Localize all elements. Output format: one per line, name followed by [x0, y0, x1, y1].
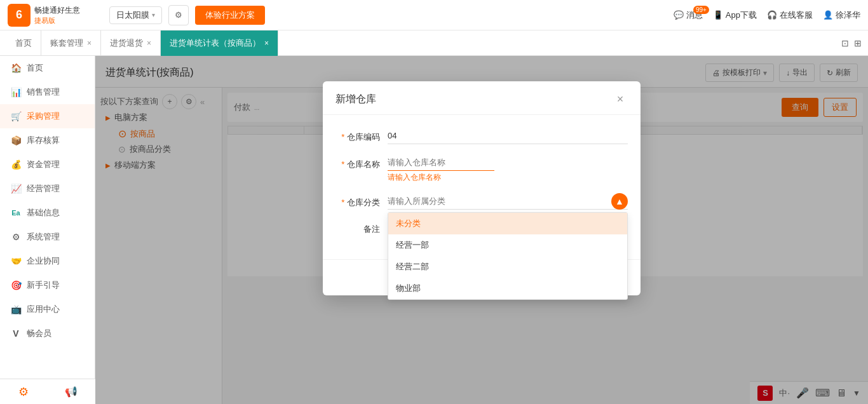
close-icon[interactable]: × [87, 39, 92, 48]
message-icon: 💬 [674, 10, 684, 20]
tab-account[interactable]: 账套管理 × [41, 30, 101, 56]
tab-bar-right: ⊡ ⊞ [841, 38, 862, 48]
headset-icon: 🎧 [767, 10, 777, 20]
sidebar: 🏠 首页 📊 销售管理 🛒 采购管理 📦 库存核算 💰 资金管理 📈 经营管理 … [0, 56, 95, 404]
header-right: 💬 消息 99+ 📱 App下载 🎧 在线客服 👤 徐泽华 [674, 10, 860, 21]
sidebar-item-home[interactable]: 🏠 首页 [0, 56, 95, 80]
dialog-close-button[interactable]: × [613, 91, 628, 107]
sales-icon: 📊 [10, 86, 22, 98]
category-dropdown: 未分类 经营一部 经营二部 物业部 [388, 212, 628, 300]
apps-icon: 📺 [10, 304, 22, 315]
expand-icon[interactable]: ⊞ [854, 38, 862, 48]
code-label: 仓库编码 [336, 128, 380, 143]
store-selector[interactable]: 日太阳膜 ▾ [109, 6, 162, 24]
guide-icon: 🎯 [10, 279, 22, 291]
sidebar-item-purchase[interactable]: 🛒 采购管理 [0, 104, 95, 128]
speaker-icon[interactable]: 📢 [65, 386, 78, 398]
sidebar-item-operation[interactable]: 📈 经营管理 [0, 177, 95, 201]
category-wrapper: ▲ 未分类 经营一部 经营二部 物业部 [388, 193, 628, 210]
close-icon[interactable]: × [147, 39, 151, 48]
category-field-row: 仓库分类 ▲ 未分类 经营一部 经营二部 物业部 [336, 193, 628, 210]
sidebar-item-apps[interactable]: 📺 应用中心 [0, 297, 95, 321]
add-warehouse-dialog: 新增仓库 × 仓库编码 仓库名称 请输入仓库名称 [323, 81, 641, 295]
inventory-icon: 📦 [10, 135, 22, 146]
logo-icon: 6 [8, 4, 31, 27]
tab-home[interactable]: 首页 [6, 30, 41, 56]
user-menu[interactable]: 👤 徐泽华 [823, 10, 860, 21]
basic-icon: Ea [10, 207, 22, 219]
name-field-row: 仓库名称 请输入仓库名称 [336, 154, 628, 183]
app-download-button[interactable]: 📱 App下载 [713, 10, 757, 21]
close-icon[interactable]: × [264, 39, 269, 48]
tab-bar: 首页 账套管理 × 进货退货 × 进货单统计表（按商品） × ⊡ ⊞ [0, 30, 868, 56]
sidebar-item-guide[interactable]: 🎯 新手引导 [0, 273, 95, 297]
modal-overlay: 新增仓库 × 仓库编码 仓库名称 请输入仓库名称 [95, 56, 868, 404]
settings-icon[interactable]: ⚙ [168, 5, 189, 25]
sidebar-item-inventory[interactable]: 📦 库存核算 [0, 128, 95, 152]
notes-label: 备注 [336, 220, 380, 235]
finance-icon: 💰 [10, 159, 22, 170]
message-button[interactable]: 💬 消息 99+ [674, 10, 703, 21]
sidebar-item-vip[interactable]: V 畅会员 [0, 321, 95, 346]
settings-small-icon[interactable]: ⚙ [18, 385, 29, 399]
dropdown-item-dept1[interactable]: 经营一部 [388, 234, 627, 256]
sidebar-item-sales[interactable]: 📊 销售管理 [0, 80, 95, 104]
category-label: 仓库分类 [336, 193, 380, 208]
dialog-title: 新增仓库 [336, 93, 376, 106]
logo-text: 畅捷通好生意 捷易版 [34, 5, 80, 25]
dropdown-item-dept2[interactable]: 经营二部 [388, 256, 627, 278]
name-label: 仓库名称 [336, 155, 380, 170]
category-input[interactable] [388, 193, 628, 210]
code-field-row: 仓库编码 [336, 128, 628, 144]
purchase-icon: 🛒 [10, 111, 22, 122]
dropdown-item-uncategorized[interactable]: 未分类 [388, 213, 627, 234]
category-toggle-button[interactable]: ▲ [611, 193, 628, 210]
sidebar-item-system[interactable]: ⚙ 系统管理 [0, 225, 95, 249]
enterprise-icon: 🤝 [10, 255, 22, 267]
chevron-up-icon: ▲ [615, 196, 624, 206]
sidebar-item-basic[interactable]: Ea 基础信息 [0, 201, 95, 225]
home-icon: 🏠 [10, 62, 22, 74]
online-service-button[interactable]: 🎧 在线客服 [767, 10, 813, 21]
experience-button[interactable]: 体验行业方案 [195, 6, 265, 25]
top-header: 6 畅捷通好生意 捷易版 日太阳膜 ▾ ⚙ 体验行业方案 💬 消息 99+ 📱 … [0, 0, 868, 30]
sidebar-footer: ⚙ 📢 [0, 379, 95, 404]
page-content: 进货单统计(按商品) 🖨 按模板打印 ▾ ↓ 导出 ↻ 刷新 [95, 56, 868, 404]
user-icon: 👤 [823, 10, 833, 20]
operation-icon: 📈 [10, 183, 22, 194]
chevron-down-icon: ▾ [152, 11, 155, 18]
code-input[interactable] [388, 128, 628, 144]
system-icon: ⚙ [10, 231, 22, 243]
main-layout: 🏠 首页 📊 销售管理 🛒 采购管理 📦 库存核算 💰 资金管理 📈 经营管理 … [0, 56, 868, 404]
tab-purchase-return[interactable]: 进货退货 × [101, 30, 161, 56]
app-icon: 📱 [713, 10, 723, 20]
logo-area: 6 畅捷通好生意 捷易版 [8, 4, 103, 27]
dialog-body: 仓库编码 仓库名称 请输入仓库名称 仓库分类 [323, 115, 641, 259]
dialog-header: 新增仓库 × [323, 81, 641, 115]
name-input[interactable] [388, 154, 494, 171]
vip-icon: V [10, 328, 22, 339]
sidebar-item-finance[interactable]: 💰 资金管理 [0, 152, 95, 177]
sidebar-item-enterprise[interactable]: 🤝 企业协同 [0, 249, 95, 273]
tab-purchase-stats[interactable]: 进货单统计表（按商品） × [161, 30, 278, 56]
dropdown-item-dept3[interactable]: 物业部 [388, 278, 627, 299]
restore-icon[interactable]: ⊡ [841, 38, 849, 48]
name-error-message: 请输入仓库名称 [388, 172, 441, 183]
